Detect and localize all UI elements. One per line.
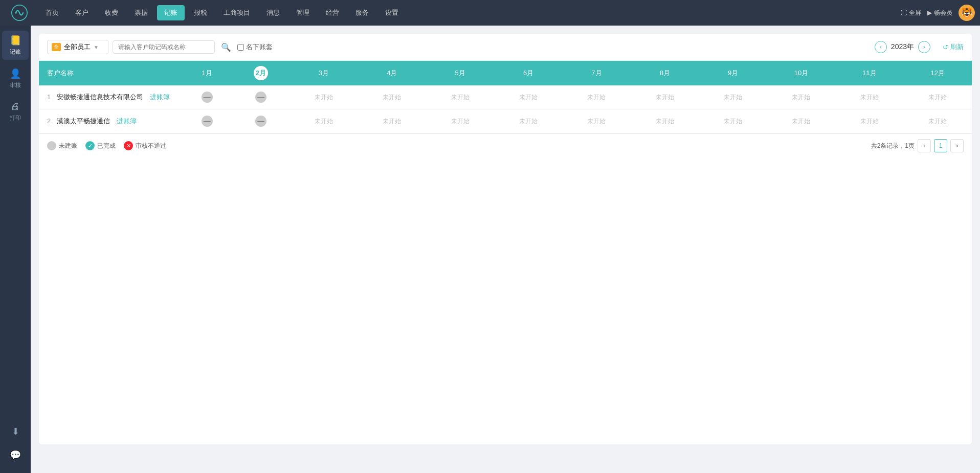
month-cell-4: 未开始 bbox=[358, 109, 426, 133]
month-cell-5: 未开始 bbox=[426, 85, 494, 109]
month-cell-6: 未开始 bbox=[494, 109, 562, 133]
month-cell-8: 未开始 bbox=[631, 85, 699, 109]
active-month-circle: 2月 bbox=[254, 66, 268, 80]
sidebar-item-chat[interactable]: 💬 bbox=[2, 445, 29, 465]
next-page-button[interactable]: › bbox=[950, 139, 964, 152]
company-name: 安徽畅捷通信息技术有限公司 bbox=[57, 93, 143, 101]
total-records: 共2条记录，1页 bbox=[871, 142, 915, 150]
month-cell-7: 未开始 bbox=[563, 109, 631, 133]
search-input[interactable] bbox=[113, 40, 215, 54]
refresh-button[interactable]: ↺ 刷新 bbox=[943, 42, 964, 52]
vip-button[interactable]: ▶ 畅会员 bbox=[927, 9, 952, 17]
month-cell-11: 未开始 bbox=[835, 85, 903, 109]
month-cell-9: 未开始 bbox=[699, 85, 767, 109]
col-header-name: 客户名称 bbox=[39, 61, 182, 85]
enter-link[interactable]: 进账簿 bbox=[150, 93, 170, 101]
not-started-label: 未开始 bbox=[383, 94, 401, 101]
nav-tax[interactable]: 报税 bbox=[187, 5, 214, 20]
legend-label-completed: 已完成 bbox=[97, 142, 116, 150]
not-started-label: 未开始 bbox=[587, 94, 606, 101]
not-started-label: 未开始 bbox=[928, 118, 947, 125]
my-accounts-checkbox[interactable] bbox=[237, 44, 244, 51]
nav-business[interactable]: 工商项目 bbox=[216, 5, 257, 20]
nav-accounting[interactable]: 记账 bbox=[157, 5, 185, 20]
review-icon: 👤 bbox=[10, 68, 21, 79]
col-header-nov: 11月 bbox=[835, 61, 903, 85]
print-icon: 🖨 bbox=[11, 101, 20, 112]
row-number: 2 bbox=[47, 117, 51, 125]
toolbar: 全 全部员工 ▼ 🔍 名下账套 ‹ 2023年 › ↺ 刷新 bbox=[39, 34, 972, 61]
col-header-dec: 12月 bbox=[904, 61, 972, 85]
not-started-label: 未开始 bbox=[519, 94, 538, 101]
fullscreen-button[interactable]: ⛶ 全屏 bbox=[901, 9, 921, 17]
nav-settings[interactable]: 设置 bbox=[378, 5, 406, 20]
nav-manage[interactable]: 管理 bbox=[289, 5, 317, 20]
month-cell-2: — bbox=[232, 85, 289, 109]
top-nav: 首页 客户 收费 票据 记账 报税 工商项目 消息 管理 经营 服务 设置 ⛶ … bbox=[0, 0, 980, 26]
row-name-cell: 2 漠澳太平畅捷通信 进账簿 bbox=[39, 109, 182, 133]
sidebar-item-accounting-label: 记账 bbox=[10, 48, 21, 56]
prev-page-button[interactable]: ‹ bbox=[918, 139, 931, 152]
enter-link[interactable]: 进账簿 bbox=[117, 117, 137, 125]
checkbox-text: 名下账套 bbox=[246, 42, 273, 52]
checkbox-label[interactable]: 名下账套 bbox=[237, 42, 273, 52]
company-name: 漠澳太平畅捷通信 bbox=[57, 117, 110, 125]
month-cell-8: 未开始 bbox=[631, 109, 699, 133]
not-started-label: 未开始 bbox=[928, 94, 947, 101]
month-cell-4: 未开始 bbox=[358, 85, 426, 109]
employee-select[interactable]: 全 全部员工 ▼ bbox=[47, 40, 108, 54]
nav-customer[interactable]: 客户 bbox=[68, 5, 96, 20]
nav-fee[interactable]: 收费 bbox=[98, 5, 125, 20]
col-header-feb: 2月 bbox=[232, 61, 289, 85]
col-header-jun: 6月 bbox=[494, 61, 562, 85]
nav-operation[interactable]: 经营 bbox=[319, 5, 346, 20]
sidebar-item-download[interactable]: ⬇ bbox=[2, 422, 29, 441]
current-page: 1 bbox=[934, 139, 947, 152]
row-name-cell: 1 安徽畅捷通信息技术有限公司 进账簿 bbox=[39, 85, 182, 109]
nav-home[interactable]: 首页 bbox=[38, 5, 66, 20]
col-header-mar: 3月 bbox=[289, 61, 358, 85]
sidebar: 📒 记账 👤 审核 🖨 打印 ⬇ 💬 bbox=[0, 26, 31, 473]
accounting-icon: 📒 bbox=[10, 35, 21, 46]
refresh-label: 刷新 bbox=[950, 42, 964, 52]
sidebar-item-review[interactable]: 👤 审核 bbox=[2, 64, 29, 93]
prev-year-button[interactable]: ‹ bbox=[875, 41, 887, 53]
main-content: 全 全部员工 ▼ 🔍 名下账套 ‹ 2023年 › ↺ 刷新 bbox=[31, 26, 980, 473]
not-started-label: 未开始 bbox=[315, 118, 333, 125]
col-header-sep: 9月 bbox=[699, 61, 767, 85]
month-cell-10: 未开始 bbox=[767, 85, 835, 109]
not-started-label: 未开始 bbox=[860, 118, 879, 125]
chevron-down-icon: ▼ bbox=[94, 44, 99, 50]
table-row: 1 安徽畅捷通信息技术有限公司 进账簿 ——未开始未开始未开始未开始未开始未开始… bbox=[39, 85, 972, 109]
col-header-may: 5月 bbox=[426, 61, 494, 85]
legend-dot-teal: ✓ bbox=[85, 141, 95, 150]
nav-invoice[interactable]: 票据 bbox=[127, 5, 155, 20]
nav-service[interactable]: 服务 bbox=[348, 5, 376, 20]
avatar[interactable]: 🐯 bbox=[959, 5, 975, 21]
search-button[interactable]: 🔍 bbox=[219, 40, 233, 54]
col-header-aug: 8月 bbox=[631, 61, 699, 85]
not-started-label: 未开始 bbox=[656, 118, 674, 125]
pagination: 共2条记录，1页 ‹ 1 › bbox=[871, 139, 964, 152]
not-started-label: 未开始 bbox=[587, 118, 606, 125]
month-cell-6: 未开始 bbox=[494, 85, 562, 109]
legend-completed: ✓ 已完成 bbox=[85, 141, 116, 150]
table-footer: 未建账 ✓ 已完成 ✕ 审核不通过 共2条记录，1页 ‹ 1 › bbox=[39, 133, 972, 157]
month-cell-9: 未开始 bbox=[699, 109, 767, 133]
table-row: 2 漠澳太平畅捷通信 进账簿 ——未开始未开始未开始未开始未开始未开始未开始未开… bbox=[39, 109, 972, 133]
sidebar-item-accounting[interactable]: 📒 记账 bbox=[2, 31, 29, 60]
status-circle: — bbox=[255, 116, 266, 127]
month-cell-5: 未开始 bbox=[426, 109, 494, 133]
not-started-label: 未开始 bbox=[860, 94, 879, 101]
sidebar-item-print[interactable]: 🖨 打印 bbox=[2, 97, 29, 126]
month-cell-11: 未开始 bbox=[835, 109, 903, 133]
legend-rejected: ✕ 审核不通过 bbox=[124, 141, 166, 150]
status-circle: — bbox=[202, 92, 213, 103]
col-header-jul: 7月 bbox=[563, 61, 631, 85]
layout: 📒 记账 👤 审核 🖨 打印 ⬇ 💬 全 全部员工 bbox=[0, 26, 980, 473]
next-year-button[interactable]: › bbox=[918, 41, 930, 53]
col-header-jan: 1月 bbox=[182, 61, 232, 85]
status-circle: — bbox=[202, 116, 213, 127]
main-table: 客户名称 1月 2月 3月 4月 5月 6月 7月 8月 9月 bbox=[39, 61, 972, 133]
nav-message[interactable]: 消息 bbox=[259, 5, 287, 20]
